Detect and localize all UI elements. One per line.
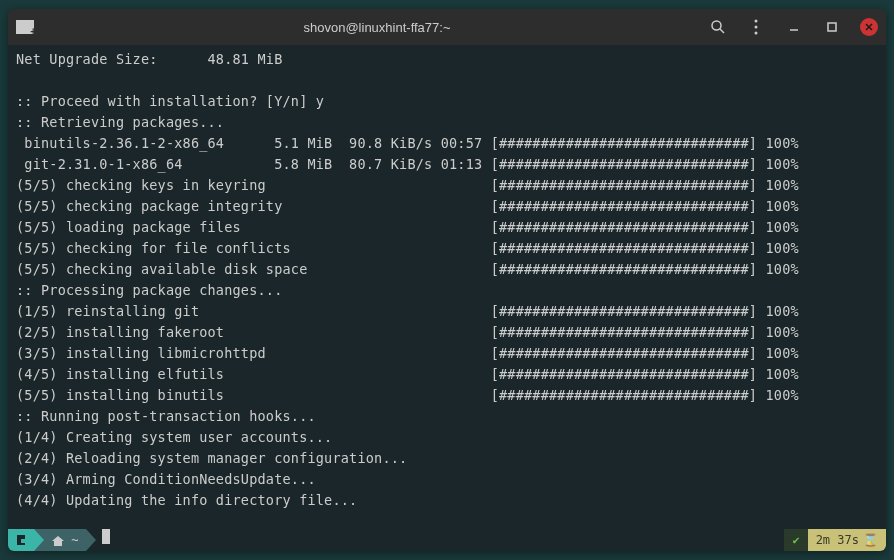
status-check: ✔ [784,529,807,551]
terminal-output[interactable]: Net Upgrade Size: 48.81 MiB :: Proceed w… [8,45,886,529]
status-time: 2m 37s ⌛ [808,529,886,551]
svg-line-1 [720,29,724,33]
titlebar: shovon@linuxhint-ffa77:~ [8,9,886,45]
home-icon [52,533,71,547]
prompt-path: ~ [71,533,78,547]
prompt-arrow-icon [86,529,96,551]
new-tab-icon[interactable] [16,20,34,34]
prompt-left: ~ [8,529,110,551]
svg-point-3 [755,26,758,29]
titlebar-controls [698,17,878,37]
terminal-window: shovon@linuxhint-ffa77:~ Net Upgrade Siz… [8,9,886,551]
maximize-button[interactable] [822,17,842,37]
cursor [102,529,110,544]
statusbar: ~ ✔ 2m 37s ⌛ [8,529,886,551]
prompt-right: ✔ 2m 37s ⌛ [784,529,886,551]
svg-point-0 [712,21,721,30]
prompt-path-segment: ~ [34,529,86,551]
search-icon[interactable] [708,17,728,37]
elapsed-time: 2m 37s [816,533,859,547]
hourglass-icon: ⌛ [863,533,878,547]
window-title: shovon@linuxhint-ffa77:~ [56,20,698,35]
close-button[interactable] [860,18,878,36]
svg-rect-6 [828,23,836,31]
minimize-button[interactable] [784,17,804,37]
svg-point-2 [755,20,758,23]
svg-point-4 [755,32,758,35]
titlebar-left [16,20,56,34]
prompt-logo [8,529,34,551]
menu-icon[interactable] [746,17,766,37]
